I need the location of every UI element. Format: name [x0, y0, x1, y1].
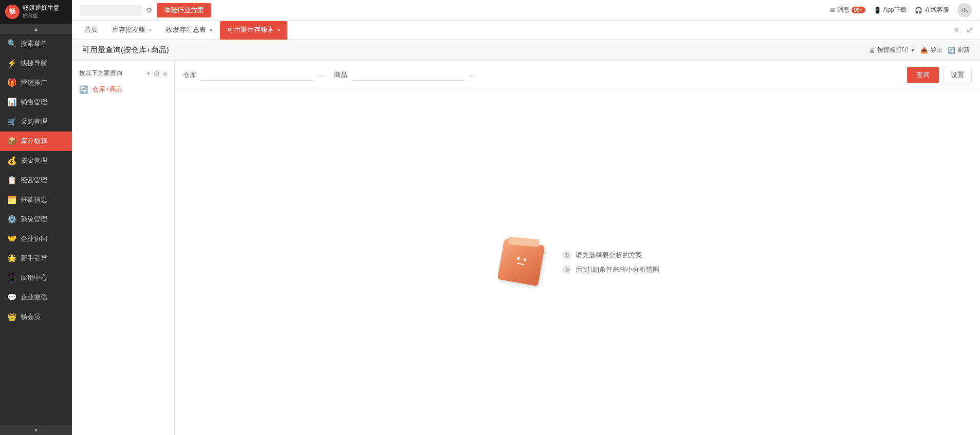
sidebar-item-operation[interactable]: 📋经营管理 [0, 171, 72, 190]
filter-panel-header: 按以下方案查询 + ⊙ « [72, 66, 174, 81]
empty-eyes [517, 257, 527, 261]
sidebar-label-marketing: 营销推广 [21, 78, 47, 87]
avatar-img: Rit [957, 3, 972, 17]
app-download-label: App下载 [883, 6, 907, 14]
empty-hint-1: ① 请先选择要分析的方案 [562, 251, 659, 260]
sidebar-item-wechat[interactable]: 💬企业微信 [0, 288, 72, 307]
collapse-filter-btn[interactable]: « [163, 69, 167, 78]
topbar: ⚙ 体验行业方案 ✉ 消息 99+ 📱 App下载 🎧 在线客服 Rit [72, 0, 980, 21]
product-input[interactable] [352, 69, 465, 81]
filter-item-warehouse-product[interactable]: 🔄 仓库+商品 [72, 81, 174, 98]
sidebar-icon-appstore: 📱 [7, 273, 16, 282]
print-btn[interactable]: 🖨 按模板打印 ▼ [869, 46, 915, 54]
sidebar-item-sales[interactable]: 📊销售管理 [0, 92, 72, 112]
sidebar-label-search: 搜索菜单 [21, 39, 47, 48]
topbar-right: ✉ 消息 99+ 📱 App下载 🎧 在线客服 Rit [830, 3, 972, 17]
sidebar-scroll-down[interactable]: ▼ [0, 425, 72, 435]
tab-label-available: 可用量库存账本 [227, 25, 274, 34]
sidebar-item-basic[interactable]: 🗂️基础信息 [0, 190, 72, 210]
sidebar-item-search[interactable]: 🔍搜索菜单 [0, 34, 72, 53]
sidebar-item-guide[interactable]: 🌟新手引导 [0, 249, 72, 268]
empty-eye-right [524, 258, 527, 261]
tab-summary[interactable]: 收发存汇总表× [159, 21, 219, 40]
warehouse-input[interactable] [200, 69, 313, 81]
tab-batch[interactable]: 库存批次账× [105, 21, 159, 40]
tab-available[interactable]: 可用量库存账本× [220, 21, 287, 40]
tab-close-all-btn[interactable]: × [952, 25, 961, 36]
warehouse-label: 仓库 [183, 70, 196, 80]
export-icon: 📤 [920, 47, 928, 54]
empty-eye-left [517, 257, 520, 260]
message-badge: 99+ [852, 7, 865, 13]
empty-state: ① 请先选择要分析的方案 ② 用[过滤]条件来缩小分析范围 [175, 90, 980, 435]
sidebar-brand-name: 畅康通好生意 [23, 4, 60, 12]
sidebar-icon-basic: 🗂️ [7, 195, 16, 204]
sidebar-item-marketing[interactable]: 🎁营销推广 [0, 73, 72, 92]
product-more-icon[interactable]: ··· [469, 71, 475, 79]
sidebar-item-shortcut[interactable]: ⚡快捷导航 [0, 53, 72, 73]
refresh-icon: 🔄 [948, 47, 955, 54]
hint-number-1: ① [562, 251, 571, 260]
sidebar-icon-system: ⚙️ [7, 215, 16, 224]
product-filter-group: 商品 ··· [334, 69, 475, 81]
sidebar-icon-guide: 🌟 [7, 254, 16, 263]
tab-label-home: 首页 [84, 25, 98, 34]
tab-close-available[interactable]: × [277, 27, 280, 33]
empty-hints: ① 请先选择要分析的方案 ② 用[过滤]条件来缩小分析范围 [562, 251, 659, 274]
add-filter-btn[interactable]: + [146, 69, 151, 78]
user-avatar[interactable]: Rit [957, 3, 972, 17]
sidebar-logo: 畅 [5, 5, 20, 19]
sidebar-scroll-up[interactable]: ▲ [0, 24, 72, 34]
sidebar-item-appstore[interactable]: 📱应用中心 [0, 268, 72, 288]
sidebar-item-system[interactable]: ⚙️系统管理 [0, 210, 72, 229]
config-filter-btn[interactable]: ⊙ [154, 69, 160, 78]
sidebar: 畅 畅康通好生意 标准版 ▲ 🔍搜索菜单⚡快捷导航🎁营销推广📊销售管理🛒采购管理… [0, 0, 72, 435]
sidebar-icon-marketing: 🎁 [7, 78, 16, 87]
sidebar-icon-sales: 📊 [7, 98, 16, 107]
trial-btn[interactable]: 体验行业方案 [157, 3, 211, 17]
sidebar-label-system: 系统管理 [21, 215, 47, 224]
sidebar-item-member[interactable]: 👑畅会员 [0, 307, 72, 327]
tab-home[interactable]: 首页 [77, 21, 105, 40]
sidebar-icon-shortcut: ⚡ [7, 59, 16, 68]
query-btn[interactable]: 查询 [907, 67, 939, 83]
sidebar-label-purchase: 采购管理 [21, 117, 47, 126]
tab-close-batch[interactable]: × [149, 27, 152, 33]
message-label: 消息 [837, 6, 849, 14]
topbar-search-input[interactable] [80, 5, 142, 16]
tab-label-batch: 库存批次账 [112, 25, 145, 34]
sidebar-item-finance[interactable]: 💰资金管理 [0, 151, 72, 171]
settings-icon[interactable]: ⚙ [146, 6, 153, 14]
online-service-label: 在线客服 [924, 6, 949, 14]
sidebar-label-guide: 新手引导 [21, 254, 47, 263]
hint-text-2: 用[过滤]条件来缩小分析范围 [576, 265, 659, 274]
service-icon: 🎧 [915, 7, 922, 14]
sidebar-brand: 畅康通好生意 标准版 [23, 4, 60, 20]
export-btn[interactable]: 📤 导出 [920, 46, 942, 54]
message-icon: ✉ [830, 7, 835, 14]
page-actions: 🖨 按模板打印 ▼ 📤 导出 🔄 刷新 [869, 46, 970, 54]
sidebar-item-inventory[interactable]: 📦库存核算 [0, 131, 72, 151]
sidebar-label-shortcut: 快捷导航 [21, 59, 47, 68]
tab-expand-btn[interactable]: ⤢ [964, 24, 975, 36]
sidebar-label-appstore: 应用中心 [21, 273, 47, 282]
sidebar-icon-purchase: 🛒 [7, 117, 16, 126]
filter-panel: 按以下方案查询 + ⊙ « 🔄 仓库+商品 [72, 61, 175, 435]
sidebar-item-enterprise[interactable]: 🤝企业协同 [0, 229, 72, 249]
message-btn[interactable]: ✉ 消息 99+ [830, 6, 865, 14]
sidebar-item-purchase[interactable]: 🛒采购管理 [0, 112, 72, 131]
warehouse-more-icon[interactable]: ··· [318, 71, 324, 79]
print-dropdown-icon: ▼ [910, 47, 915, 53]
sidebar-label-member: 畅会员 [21, 312, 41, 321]
online-service-btn[interactable]: 🎧 在线客服 [915, 6, 949, 14]
sidebar-icon-wechat: 💬 [7, 293, 16, 302]
query-btn-group: 查询 设置 [907, 67, 972, 83]
print-icon: 🖨 [869, 47, 875, 54]
empty-illustration [495, 237, 547, 288]
refresh-btn[interactable]: 🔄 刷新 [948, 46, 970, 54]
tab-close-summary[interactable]: × [209, 27, 212, 33]
app-download-btn[interactable]: 📱 App下载 [874, 6, 907, 14]
query-settings-btn[interactable]: 设置 [943, 67, 972, 83]
tabbar: 首页库存批次账×收发存汇总表×可用量库存账本× × ⤢ [72, 21, 980, 40]
filter-item-icon: 🔄 [79, 85, 88, 93]
